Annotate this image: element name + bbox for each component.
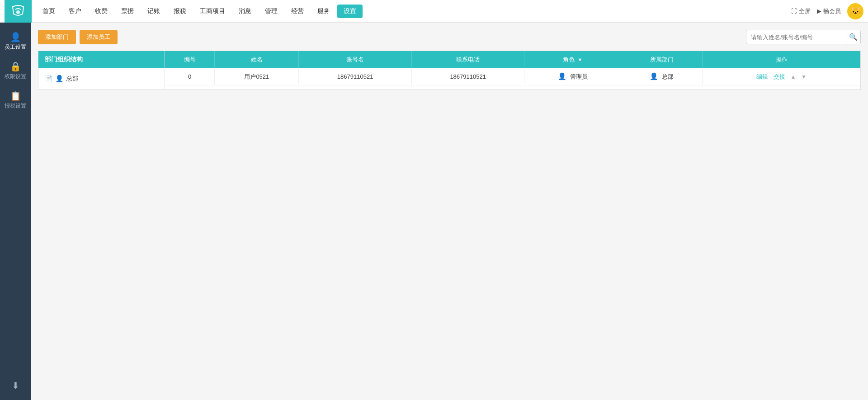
cell-account: 18679110521 bbox=[299, 68, 412, 85]
sidebar-bottom: ⬇ bbox=[0, 376, 31, 400]
fullscreen-label: 全屏 bbox=[799, 7, 811, 15]
sidebar-download-button[interactable]: ⬇ bbox=[0, 376, 31, 395]
file-icon: 📄 bbox=[45, 75, 52, 82]
add-staff-button[interactable]: 添加员工 bbox=[80, 30, 118, 44]
topnav: 首页 客户 收费 票据 记账 报税 工商项目 消息 管理 经营 服务 设置 ⛶ … bbox=[0, 0, 868, 23]
sidebar-item-employee-label: 员工设置 bbox=[5, 43, 26, 51]
cell-role: 👤 管理员 bbox=[524, 68, 621, 85]
permission-icon: 🔒 bbox=[10, 62, 21, 71]
role-label: 管理员 bbox=[570, 73, 588, 80]
topnav-right: ⛶ 全屏 ▶ 畅会员 🐱 bbox=[791, 3, 863, 19]
topnav-tax[interactable]: 报税 bbox=[167, 5, 193, 18]
dept-tree: 📄 👤 总部 bbox=[38, 68, 165, 89]
add-dept-button[interactable]: 添加部门 bbox=[38, 30, 76, 44]
col-header-dept: 所属部门 bbox=[621, 51, 703, 68]
vip-label: 畅会员 bbox=[823, 7, 841, 15]
topnav-service[interactable]: 服务 bbox=[311, 5, 336, 18]
topnav-business[interactable]: 工商项目 bbox=[193, 5, 231, 18]
col-header-role[interactable]: 角色 ▼ bbox=[524, 51, 621, 68]
cell-name: 用户0521 bbox=[215, 68, 299, 85]
dept-user-icon: 👤 bbox=[55, 75, 64, 83]
cell-id: 0 bbox=[165, 68, 215, 85]
table-header-row: 编号 姓名 账号名 联系电话 角色 ▼ 所属部门 操作 bbox=[165, 51, 860, 68]
fullscreen-icon: ⛶ bbox=[791, 8, 797, 14]
scroll-up-button[interactable]: ▲ bbox=[788, 73, 797, 81]
cell-dept: 👤 总部 bbox=[621, 68, 703, 85]
left-panel: 部门组织结构 📄 👤 总部 bbox=[38, 51, 165, 89]
app-logo[interactable] bbox=[5, 0, 32, 23]
data-table: 编号 姓名 账号名 联系电话 角色 ▼ 所属部门 操作 bbox=[165, 51, 860, 85]
topnav-manage[interactable]: 管理 bbox=[259, 5, 284, 18]
search-box: 🔍 bbox=[746, 30, 861, 44]
cell-phone: 18679110521 bbox=[411, 68, 524, 85]
edit-link[interactable]: 编辑 bbox=[756, 73, 768, 80]
vip-icon: ▶ bbox=[817, 8, 821, 14]
topnav-message[interactable]: 消息 bbox=[232, 5, 258, 18]
vip-button[interactable]: ▶ 畅会员 bbox=[817, 7, 841, 15]
content-area: 添加部门 添加员工 🔍 部门组织结构 📄 👤 总部 bbox=[31, 23, 868, 400]
search-input[interactable] bbox=[746, 34, 846, 41]
topnav-invoice[interactable]: 票据 bbox=[115, 5, 140, 18]
topnav-items: 首页 客户 收费 票据 记账 报税 工商项目 消息 管理 经营 服务 设置 bbox=[36, 5, 791, 18]
main-layout: 👤 员工设置 🔒 权限设置 📋 报税设置 ⬇ 添加部门 添加员工 🔍 bbox=[0, 23, 868, 400]
taxsettings-icon: 📋 bbox=[10, 91, 21, 100]
table-row: 0 用户0521 18679110521 18679110521 👤 管理员 👤… bbox=[165, 68, 860, 85]
dept-label: 总部 bbox=[662, 73, 674, 80]
sidebar-item-permission-label: 权限设置 bbox=[5, 73, 26, 80]
sidebar-item-permission[interactable]: 🔒 权限设置 bbox=[0, 56, 31, 86]
right-panel: 编号 姓名 账号名 联系电话 角色 ▼ 所属部门 操作 bbox=[165, 51, 860, 89]
topnav-account[interactable]: 记账 bbox=[141, 5, 166, 18]
col-header-account: 账号名 bbox=[299, 51, 412, 68]
table-area: 部门组织结构 📄 👤 总部 编号 姓名 账号名 bbox=[38, 51, 861, 89]
scroll-down-button[interactable]: ▼ bbox=[799, 73, 808, 81]
sidebar-item-taxsettings[interactable]: 📋 报税设置 bbox=[0, 86, 31, 115]
col-header-id: 编号 bbox=[165, 51, 215, 68]
svg-point-0 bbox=[16, 10, 20, 14]
sidebar-item-taxsettings-label: 报税设置 bbox=[5, 102, 26, 110]
employee-icon: 👤 bbox=[10, 33, 21, 42]
topnav-fee[interactable]: 收费 bbox=[89, 5, 114, 18]
search-icon: 🔍 bbox=[849, 33, 858, 41]
dept-panel-header: 部门组织结构 bbox=[38, 51, 165, 68]
topnav-operation[interactable]: 经营 bbox=[285, 5, 310, 18]
topnav-home[interactable]: 首页 bbox=[36, 5, 61, 18]
download-icon: ⬇ bbox=[12, 381, 19, 390]
col-header-name: 姓名 bbox=[215, 51, 299, 68]
col-role-label: 角色 bbox=[563, 56, 575, 63]
search-button[interactable]: 🔍 bbox=[846, 30, 860, 44]
col-header-ops: 操作 bbox=[703, 51, 860, 68]
col-header-phone: 联系电话 bbox=[411, 51, 524, 68]
topnav-settings[interactable]: 设置 bbox=[337, 5, 363, 18]
sidebar-item-employee[interactable]: 👤 员工设置 bbox=[0, 27, 31, 56]
fullscreen-button[interactable]: ⛶ 全屏 bbox=[791, 7, 811, 15]
topnav-customer[interactable]: 客户 bbox=[62, 5, 88, 18]
user-avatar[interactable]: 🐱 bbox=[847, 3, 863, 19]
toolbar: 添加部门 添加员工 🔍 bbox=[38, 30, 861, 44]
sidebar: 👤 员工设置 🔒 权限设置 📋 报税设置 ⬇ bbox=[0, 23, 31, 400]
dept-item-general[interactable]: 📄 👤 总部 bbox=[43, 72, 160, 85]
dept-user-icon-cell: 👤 bbox=[650, 72, 658, 80]
role-user-icon: 👤 bbox=[558, 72, 566, 80]
dept-name: 总部 bbox=[66, 75, 78, 83]
cell-ops: 编辑 交接 ▲ ▼ bbox=[703, 68, 860, 85]
handover-link[interactable]: 交接 bbox=[774, 73, 785, 80]
filter-icon: ▼ bbox=[578, 57, 583, 62]
